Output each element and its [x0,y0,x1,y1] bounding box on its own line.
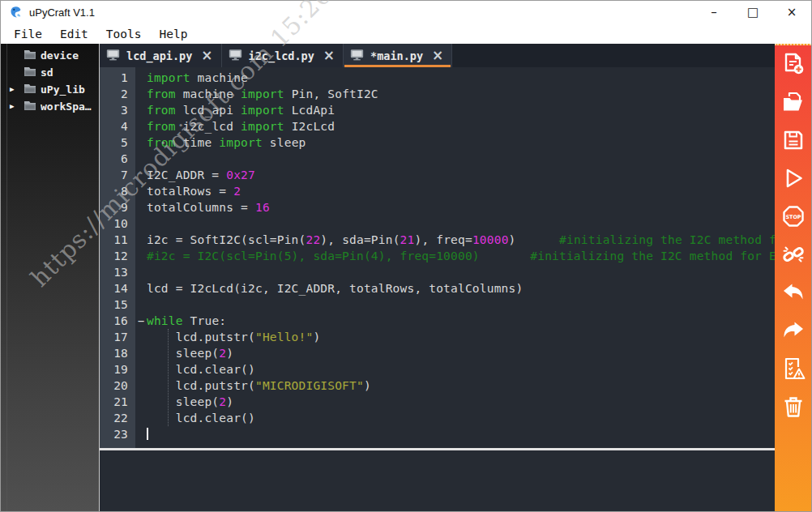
code-line-23: 23 [100,426,775,442]
line-number: 11 [100,232,135,248]
minimize-button[interactable]: – [694,1,733,23]
expand-arrow-icon[interactable]: ▶ [10,98,19,115]
menu-item-file[interactable]: File [9,28,47,41]
code-line-6: 6 [100,151,775,167]
window-title: uPyCraft V1.1 [29,6,95,19]
monitor-icon [229,49,242,63]
fold-column [135,167,147,183]
code-text: from lcd_api import LcdApi [147,102,775,118]
code-text: I2C_ADDR = 0x27 [147,167,775,183]
tree-item-sd[interactable]: sd [1,64,99,81]
fold-column [135,199,147,215]
fold-column [135,264,147,280]
line-number: 1 [100,70,135,86]
tab-label: lcd_api.py [126,49,192,62]
stop-button[interactable]: STOP [781,206,806,230]
code-line-22: 22 lcd.clear() [100,410,775,426]
code-line-14: 14lcd = I2cLcd(i2c, I2C_ADDR, totalRows,… [100,280,775,297]
fold-column [135,118,147,134]
menu-item-help[interactable]: Help [155,28,193,41]
tree-item-label: sd [41,66,53,79]
code-text: #i2c = I2C(scl=Pin(5), sda=Pin(4), freq=… [147,248,775,264]
fold-column [135,280,147,297]
line-number: 13 [100,264,135,280]
tree-item-device[interactable]: device [1,47,99,64]
line-number: 4 [100,118,135,134]
redo-button[interactable] [781,320,806,344]
code-text: totalRows = 2 [147,183,775,199]
code-text: i2c = SoftI2C(scl=Pin(22), sda=Pin(21), … [147,232,775,248]
tab-close-icon[interactable]: × [323,49,335,62]
code-line-12: 12#i2c = I2C(scl=Pin(5), sda=Pin(4), fre… [100,248,775,264]
code-line-15: 15 [100,297,775,313]
tree-item-upy-lib[interactable]: ▶uPy_lib [1,81,99,98]
fold-column [135,378,147,394]
fold-column [135,151,147,167]
code-line-20: 20 lcd.putstr("MICRODIGISOFT") [100,378,775,394]
code-text: lcd.putstr("MICRODIGISOFT") [147,378,775,394]
undo-icon [781,280,806,308]
svg-text:STOP: STOP [785,214,801,220]
line-number: 9 [100,199,135,215]
fold-column [135,394,147,410]
save-button[interactable] [781,130,806,154]
open-file-button[interactable] [781,92,806,116]
code-text: from i2c_lcd import I2cLcd [147,118,775,134]
fold-column [135,345,147,361]
expand-arrow-icon[interactable]: ▶ [10,81,19,98]
tab-lcd-api-py[interactable]: lcd_api.py× [100,44,222,67]
fold-column [135,134,147,151]
folder-icon [24,99,36,114]
run-button[interactable] [781,168,806,192]
redo-icon [781,318,806,346]
code-line-8: 8totalRows = 2 [100,183,775,199]
open-file-icon [781,90,806,117]
undo-button[interactable] [781,282,806,306]
code-text: lcd = I2cLcd(i2c, I2C_ADDR, totalRows, t… [147,280,775,297]
menu-item-tools[interactable]: Tools [101,28,147,41]
code-line-1: 1import machine [100,70,775,86]
connect-button[interactable] [781,244,806,268]
menu-item-edit[interactable]: Edit [55,28,93,41]
line-number: 18 [100,345,135,361]
new-file-button[interactable] [781,53,806,78]
tab-close-icon[interactable]: × [432,49,443,62]
code-line-9: 9totalColumns = 16 [100,199,775,215]
clear-button[interactable] [781,396,806,420]
tree-item-label: device [41,49,79,62]
syntax-check-button[interactable] [781,358,806,382]
folder-icon [24,48,36,63]
line-number: 14 [100,280,135,297]
code-line-10: 10 [100,215,775,232]
tab-i2c-lcd-py[interactable]: i2c_lcd.py× [222,44,344,67]
maximize-button[interactable]: □ [733,1,772,23]
code-text [147,426,775,442]
editor-column: lcd_api.py×i2c_lcd.py×*main.py× 1import … [100,44,775,511]
tab-close-icon[interactable]: × [201,49,212,62]
line-number: 23 [100,426,135,442]
line-number: 12 [100,248,135,264]
clear-icon [781,395,806,422]
fold-column [135,248,147,264]
fold-column [135,86,147,102]
line-number: 8 [100,183,135,199]
code-line-11: 11i2c = SoftI2C(scl=Pin(22), sda=Pin(21)… [100,232,775,248]
fold-column [135,426,147,442]
file-tree-panel: devicesd▶uPy_lib▶workSpa… [1,44,100,511]
app-window: uPyCraft V1.1 – □ × FileEditToolsHelp de… [0,0,812,512]
tree-item-label: workSpa… [41,100,92,113]
code-editor[interactable]: 1import machine2from machine import Pin,… [100,67,775,448]
fold-column [135,361,147,378]
tab-bar: lcd_api.py×i2c_lcd.py×*main.py× [100,44,775,67]
text-cursor [147,428,148,440]
tab-label: *main.py [370,49,423,62]
tab--main-py[interactable]: *main.py× [344,44,452,67]
code-line-13: 13 [100,264,775,280]
code-text: import machine [147,70,775,86]
tree-item-workspa-[interactable]: ▶workSpa… [1,98,99,115]
fold-column [135,102,147,118]
line-number: 7 [100,167,135,183]
fold-column [135,215,147,232]
fold-marker[interactable]: − [135,313,147,329]
close-button[interactable]: × [772,1,811,23]
